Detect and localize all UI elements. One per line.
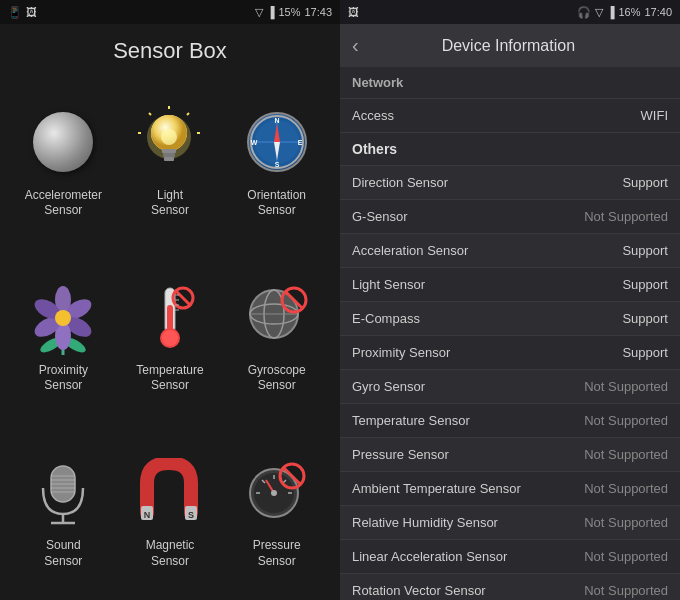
sensor-info-row: Gyro Sensor Not Supported (340, 370, 680, 404)
sensor-info-row: Relative Humidity Sensor Not Supported (340, 506, 680, 540)
signal-icon: ▐ (267, 6, 275, 18)
sensor-row-label: Direction Sensor (352, 175, 448, 190)
pressure-icon-container (239, 455, 314, 530)
temperature-label: TemperatureSensor (136, 363, 203, 394)
sensor-row-label: G-Sensor (352, 209, 408, 224)
right-header: ‹ Device Information (340, 24, 680, 67)
sensor-grid: AccelerometerSensor (0, 74, 340, 600)
right-status-right: 🎧 ▽ ▐ 16% 17:40 (577, 6, 672, 19)
svg-rect-4 (163, 153, 175, 157)
sensor-info-row: Acceleration Sensor Support (340, 234, 680, 268)
sensor-magnetic[interactable]: N S MagneticSensor (117, 425, 224, 600)
sensor-row-label: Acceleration Sensor (352, 243, 468, 258)
sensor-temperature[interactable]: TemperatureSensor (117, 249, 224, 424)
wifi-icon: ▽ (255, 6, 263, 19)
sensor-row-value: Not Supported (584, 209, 668, 224)
svg-text:S: S (274, 161, 279, 168)
access-row: Access WIFI (340, 99, 680, 133)
light-bulb-icon (137, 105, 202, 180)
temperature-icon-container (132, 280, 207, 355)
sensor-row-label: Gyro Sensor (352, 379, 425, 394)
battery-left: 15% (278, 6, 300, 18)
sensor-info-row: Pressure Sensor Not Supported (340, 438, 680, 472)
compass-svg: N S W E (249, 114, 305, 170)
left-status-right: ▽ ▐ 15% 17:43 (255, 6, 332, 19)
sensor-row-value: Support (622, 345, 668, 360)
sensor-light[interactable]: LightSensor (117, 74, 224, 249)
magnet-icon: N S (137, 458, 202, 528)
pressure-label: PressureSensor (253, 538, 301, 569)
access-label: Access (352, 108, 394, 123)
sensor-sound[interactable]: SoundSensor (10, 425, 117, 600)
headphone-icon: 🎧 (577, 6, 591, 19)
sensor-gyroscope[interactable]: GyroscopeSensor (223, 249, 330, 424)
sensor-row-value: Not Supported (584, 447, 668, 462)
sensor-info-row: Light Sensor Support (340, 268, 680, 302)
pressure-gauge-icon (244, 458, 309, 528)
proximity-label: ProximitySensor (39, 363, 88, 394)
svg-text:N: N (274, 117, 279, 124)
svg-point-35 (162, 330, 178, 346)
sensor-row-value: Not Supported (584, 549, 668, 564)
sensor-row-label: Temperature Sensor (352, 413, 470, 428)
image-icon: 🖼 (26, 6, 37, 18)
sensor-pressure[interactable]: PressureSensor (223, 425, 330, 600)
sensor-info-row: Linear Acceleration Sensor Not Supported (340, 540, 680, 574)
status-bar-right: 🖼 🎧 ▽ ▐ 16% 17:40 (340, 0, 680, 24)
accelerometer-icon-container (26, 105, 101, 180)
svg-text:S: S (188, 510, 194, 520)
svg-point-68 (271, 490, 277, 496)
flower-icon (31, 280, 96, 355)
sensor-row-label: Pressure Sensor (352, 447, 449, 462)
sensor-row-value: Support (622, 311, 668, 326)
others-section-header: Others (340, 133, 680, 166)
app-title: Sensor Box (0, 24, 340, 74)
sensor-row-label: E-Compass (352, 311, 420, 326)
proximity-icon-container (26, 280, 101, 355)
sensor-row-label: Rotation Vector Sensor (352, 583, 486, 598)
magnetic-label: MagneticSensor (146, 538, 195, 569)
svg-line-10 (149, 113, 151, 115)
svg-point-6 (161, 129, 177, 145)
sensor-orientation[interactable]: N S W E OrientationSensor (223, 74, 330, 249)
info-content: Network Access WIFI Others Direction Sen… (340, 67, 680, 600)
sensor-row-label: Relative Humidity Sensor (352, 515, 498, 530)
orientation-icon: N S W E (247, 112, 307, 172)
sensor-info-row: Rotation Vector Sensor Not Supported (340, 574, 680, 600)
magnetic-icon-container: N S (132, 455, 207, 530)
svg-line-8 (187, 113, 189, 115)
sensor-row-label: Ambient Temperature Sensor (352, 481, 521, 496)
sensor-row-value: Not Supported (584, 413, 668, 428)
svg-rect-5 (164, 157, 174, 161)
image-icon-right: 🖼 (348, 6, 359, 18)
svg-text:N: N (144, 510, 151, 520)
back-button[interactable]: ‹ (352, 34, 359, 57)
microphone-icon (33, 458, 93, 528)
sensor-info-row: Proximity Sensor Support (340, 336, 680, 370)
time-left: 17:43 (304, 6, 332, 18)
orientation-label: OrientationSensor (247, 188, 306, 219)
right-panel: 🖼 🎧 ▽ ▐ 16% 17:40 ‹ Device Information N… (340, 0, 680, 600)
sensor-row-label: Proximity Sensor (352, 345, 450, 360)
sensor-row-value: Support (622, 175, 668, 190)
sensor-proximity[interactable]: ProximitySensor (10, 249, 117, 424)
svg-text:E: E (297, 139, 302, 146)
sensor-accelerometer[interactable]: AccelerometerSensor (10, 74, 117, 249)
network-section-header: Network (340, 67, 680, 99)
sensor-row-value: Support (622, 243, 668, 258)
orientation-icon-container: N S W E (239, 105, 314, 180)
sensor-row-value: Not Supported (584, 515, 668, 530)
sensor-row-label: Linear Acceleration Sensor (352, 549, 507, 564)
sensor-info-row: Direction Sensor Support (340, 166, 680, 200)
signal-icon-right: ▐ (607, 6, 615, 18)
svg-point-31 (55, 310, 71, 326)
access-value: WIFI (641, 108, 668, 123)
svg-text:W: W (250, 139, 257, 146)
left-status-icons: 📱 🖼 (8, 6, 37, 19)
sound-icon-container (26, 455, 101, 530)
wifi-icon-right: ▽ (595, 6, 603, 19)
svg-rect-3 (162, 149, 176, 153)
gyroscope-icon-container (239, 280, 314, 355)
gyroscope-label: GyroscopeSensor (248, 363, 306, 394)
sound-label: SoundSensor (44, 538, 82, 569)
